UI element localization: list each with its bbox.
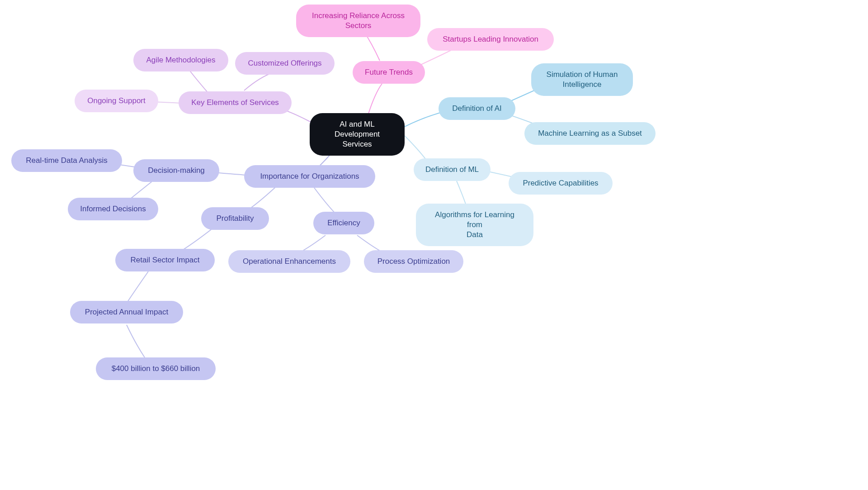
label-key-elements: Key Elements of Services: [191, 98, 279, 108]
label-predictive: Predictive Capabilities: [523, 178, 598, 188]
label-projected: Projected Annual Impact: [85, 307, 168, 317]
root-node[interactable]: AI and ML DevelopmentServices: [310, 113, 405, 156]
node-algorithms[interactable]: Algorithms for Learning fromData: [416, 204, 533, 246]
label-process: Process Optimization: [377, 257, 450, 266]
label-algorithms: Algorithms for Learning fromData: [427, 210, 523, 240]
label-ml-subset: Machine Learning as a Subset: [538, 128, 642, 138]
node-retail[interactable]: Retail Sector Impact: [115, 249, 215, 271]
label-operational: Operational Enhancements: [243, 257, 336, 266]
node-reliance[interactable]: Increasing Reliance AcrossSectors: [296, 5, 420, 37]
label-efficiency: Efficiency: [327, 218, 360, 228]
label-amount: $400 billion to $660 billion: [112, 364, 200, 374]
node-ml-subset[interactable]: Machine Learning as a Subset: [524, 122, 656, 145]
node-definition-ml[interactable]: Definition of ML: [414, 158, 491, 181]
node-key-elements[interactable]: Key Elements of Services: [179, 91, 292, 114]
label-customized: Customized Offerings: [248, 58, 321, 68]
node-importance[interactable]: Importance for Organizations: [244, 165, 375, 188]
node-profitability[interactable]: Profitability: [201, 207, 269, 230]
node-projected[interactable]: Projected Annual Impact: [70, 301, 183, 323]
node-agile[interactable]: Agile Methodologies: [133, 49, 228, 71]
node-customized[interactable]: Customized Offerings: [235, 52, 335, 75]
node-ongoing[interactable]: Ongoing Support: [75, 90, 158, 112]
label-informed: Informed Decisions: [80, 204, 146, 214]
label-definition-ml: Definition of ML: [425, 165, 479, 175]
node-amount[interactable]: $400 billion to $660 billion: [96, 357, 216, 380]
label-definition-ai: Definition of AI: [452, 104, 502, 114]
node-future-trends[interactable]: Future Trends: [353, 61, 425, 84]
node-definition-ai[interactable]: Definition of AI: [439, 97, 515, 120]
node-predictive[interactable]: Predictive Capabilities: [509, 172, 613, 195]
node-operational[interactable]: Operational Enhancements: [228, 250, 350, 273]
label-future-trends: Future Trends: [365, 67, 413, 77]
root-label: AI and ML DevelopmentServices: [321, 119, 394, 149]
node-sim-human[interactable]: Simulation of HumanIntelligence: [531, 63, 633, 96]
node-process[interactable]: Process Optimization: [364, 250, 463, 273]
node-realtime[interactable]: Real-time Data Analysis: [11, 149, 122, 172]
label-ongoing: Ongoing Support: [87, 96, 146, 106]
label-retail: Retail Sector Impact: [130, 255, 199, 265]
label-profitability: Profitability: [216, 214, 254, 224]
label-agile: Agile Methodologies: [146, 55, 215, 65]
label-realtime: Real-time Data Analysis: [26, 156, 107, 166]
node-informed[interactable]: Informed Decisions: [68, 198, 158, 220]
label-decision: Decision-making: [148, 166, 205, 176]
node-decision[interactable]: Decision-making: [133, 159, 219, 182]
label-startups: Startups Leading Innovation: [443, 34, 538, 44]
node-startups[interactable]: Startups Leading Innovation: [427, 28, 554, 51]
label-reliance: Increasing Reliance AcrossSectors: [312, 11, 405, 31]
node-efficiency[interactable]: Efficiency: [313, 212, 374, 234]
label-sim-human: Simulation of HumanIntelligence: [547, 70, 618, 90]
label-importance: Importance for Organizations: [260, 171, 359, 181]
